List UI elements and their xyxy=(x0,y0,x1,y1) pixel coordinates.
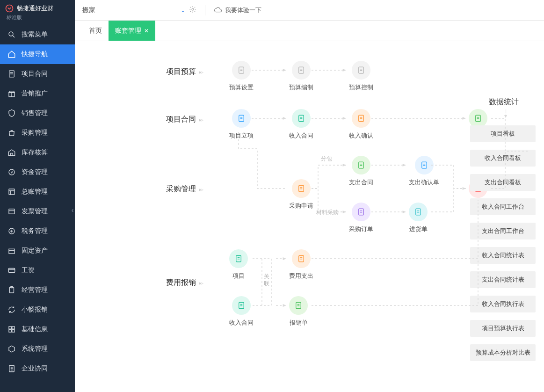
node-project[interactable]: 项目 xyxy=(229,249,248,280)
stat-button[interactable]: 收入合同执行表 xyxy=(470,296,536,312)
connector xyxy=(309,116,349,121)
svg-text:¥: ¥ xyxy=(11,170,13,174)
arrow-right-icon: ▸▹ xyxy=(199,69,203,75)
connector xyxy=(273,256,289,261)
stat-button[interactable]: 支出合同统计表 xyxy=(470,271,536,288)
sidebar-item-invoice[interactable]: 发票管理 xyxy=(0,202,75,221)
connector xyxy=(369,209,409,215)
connector xyxy=(369,162,409,168)
stat-button[interactable]: 收入合同工作台 xyxy=(470,198,536,215)
sidebar-item-report[interactable]: 小畅报销 xyxy=(0,300,75,319)
hex-icon xyxy=(7,345,16,353)
stat-button[interactable]: 收入合同统计表 xyxy=(470,247,536,264)
node-expense-out[interactable]: 费用支出 xyxy=(289,249,313,280)
refresh-icon xyxy=(7,305,16,314)
tabbar: 首页账套管理✕ xyxy=(75,21,544,41)
connector xyxy=(334,162,349,168)
stat-button[interactable]: 项目看板 xyxy=(470,125,536,142)
node-budget-set[interactable]: 预算设置 xyxy=(229,61,254,92)
svg-rect-53 xyxy=(359,162,364,168)
sidebar-item-label: 营销推广 xyxy=(22,89,48,98)
app-title: 畅捷通好业财 xyxy=(17,4,53,13)
node-label: 预算编制 xyxy=(289,83,313,92)
sidebar-item-label: 采购管理 xyxy=(22,129,48,137)
svg-rect-77 xyxy=(239,302,244,309)
arrow-right-icon: ▸▹ xyxy=(199,280,203,286)
sidebar-item-assets[interactable]: 固定资产 xyxy=(0,241,75,261)
stat-button[interactable]: 项目预算执行表 xyxy=(470,320,536,337)
svg-rect-26 xyxy=(12,330,15,332)
sidebar-item-tax[interactable]: 税务管理 xyxy=(0,221,75,241)
svg-rect-80 xyxy=(296,302,301,309)
tab-首页[interactable]: 首页 xyxy=(82,21,109,41)
document-icon xyxy=(232,61,251,80)
svg-rect-68 xyxy=(416,209,421,215)
node-purchase-ord[interactable]: 采购订单 xyxy=(349,203,373,233)
tab-账套管理[interactable]: 账套管理✕ xyxy=(109,21,155,41)
stat-button[interactable]: 支出合同工作台 xyxy=(470,223,536,240)
sidebar-item-label: 资金管理 xyxy=(22,168,48,176)
node-budget-ctrl[interactable]: 预算控制 xyxy=(349,61,373,92)
connector xyxy=(249,116,289,121)
experience-link[interactable]: 我要体验一下 xyxy=(214,6,261,15)
sheet-icon xyxy=(7,364,16,373)
svg-point-31 xyxy=(192,8,194,10)
sidebar-item-purchase[interactable]: 采购管理 xyxy=(0,123,75,143)
svg-rect-17 xyxy=(9,249,15,254)
document-icon xyxy=(292,179,311,198)
node-expend-cont[interactable]: 支出合同 xyxy=(349,156,373,187)
svg-rect-11 xyxy=(9,189,15,195)
node-income-cont[interactable]: 收入合同 xyxy=(289,109,313,140)
node-budget-make[interactable]: 预算编制 xyxy=(289,61,313,92)
sidebar-item-label: 销售管理 xyxy=(22,109,48,117)
sidebar-item-market[interactable]: 营销推广 xyxy=(0,84,75,103)
sidebar-item-basic[interactable]: 基础信息 xyxy=(0,319,75,339)
document-icon xyxy=(232,109,251,128)
sidebar-item-coop[interactable]: 企业协同 xyxy=(0,359,75,378)
sidebar-item-sales[interactable]: 销售管理 xyxy=(0,103,75,123)
node-purchase-req[interactable]: 采购申请 xyxy=(289,179,313,210)
node-label: 项目 xyxy=(232,272,245,280)
stat-button[interactable]: 预算成本分析对比表 xyxy=(470,344,536,361)
node-income-cfm[interactable]: 收入确认 xyxy=(349,109,373,140)
home-icon xyxy=(7,50,16,58)
main: 搬家 ⌄ 我要体验一下 首页账套管理✕ 数据统计 ┆▾ 项目预算▸▹项目合同▸▹… xyxy=(75,0,544,392)
sidebar-item-stock[interactable]: 库存核算 xyxy=(0,143,75,162)
chevron-down-icon: ⌄ xyxy=(181,7,185,14)
svg-rect-59 xyxy=(299,185,304,192)
node-reimburse[interactable]: 报销单 xyxy=(289,296,308,327)
connector xyxy=(250,256,277,264)
node-label: 费用支出 xyxy=(289,272,313,280)
sidebar-item-system[interactable]: 系统管理 xyxy=(0,339,75,359)
sidebar-item-quicknav[interactable]: 快捷导航 xyxy=(0,44,75,64)
svg-rect-19 xyxy=(8,269,15,273)
clipboard-icon xyxy=(7,286,16,294)
close-icon[interactable]: ✕ xyxy=(144,28,149,34)
cloud-icon xyxy=(214,6,222,15)
sidebar-item-biz[interactable]: 经营管理 xyxy=(0,280,75,300)
node-income-cont2[interactable]: 收入合同 xyxy=(229,296,254,327)
edition-label: 标准版 xyxy=(0,14,75,25)
document-icon xyxy=(232,296,251,315)
node-expend-cfm[interactable]: 支出确认单 xyxy=(409,156,439,187)
node-proj-init[interactable]: 项目立项 xyxy=(229,109,254,140)
svg-rect-24 xyxy=(12,327,15,329)
org-selector[interactable]: 搬家 ⌄ xyxy=(82,6,185,15)
sidebar-item-salary[interactable]: 工资 xyxy=(0,261,75,280)
document-icon xyxy=(352,109,370,128)
connector xyxy=(428,186,459,218)
sidebar-item-ledger[interactable]: 总账管理 xyxy=(0,182,75,202)
sidebar-item-search[interactable]: 搜索菜单 xyxy=(0,25,75,44)
experience-label: 我要体验一下 xyxy=(225,6,261,15)
gear-icon[interactable] xyxy=(189,6,196,15)
sidebar-item-label: 快捷导航 xyxy=(22,50,48,58)
node-goods-in[interactable]: 进货单 xyxy=(409,203,428,233)
sidebar-item-label: 搜索菜单 xyxy=(22,30,48,39)
sidebar-item-project[interactable]: 项目合同 xyxy=(0,64,75,84)
node-label: 预算设置 xyxy=(229,83,254,92)
sidebar-item-label: 税务管理 xyxy=(22,227,48,235)
sidebar-item-funds[interactable]: ¥资金管理 xyxy=(0,162,75,182)
stat-button[interactable]: 支出合同看板 xyxy=(470,174,536,191)
stat-button[interactable]: 收入合同看板 xyxy=(470,150,536,167)
sidebar-collapse-handle[interactable] xyxy=(70,196,75,224)
